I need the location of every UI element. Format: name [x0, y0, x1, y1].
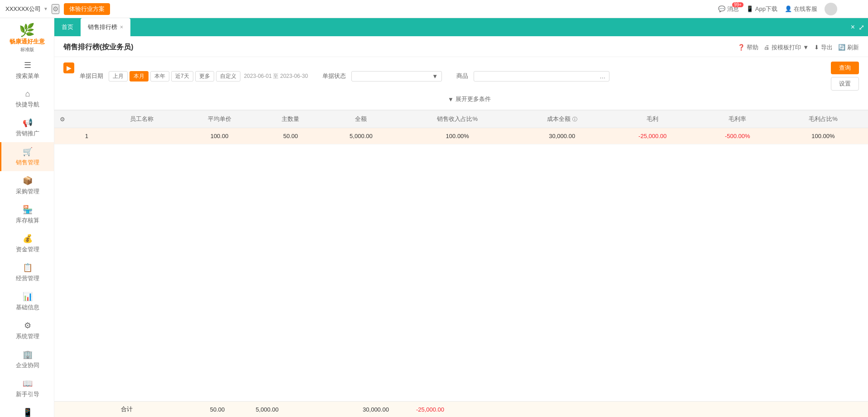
query-btn[interactable]: 查询 [831, 62, 859, 74]
print-label: 按模板打印 [772, 43, 801, 52]
tab-close-icon[interactable]: × [120, 24, 123, 30]
refresh-btn[interactable]: 🔄 刷新 [838, 43, 859, 52]
app-icon: 📱 [746, 5, 753, 12]
tab-home[interactable]: 首页 [54, 18, 81, 36]
sidebar-guide-label: 新手引导 [16, 390, 39, 398]
print-icon: 🖨 [764, 44, 770, 51]
page-header: 销售排行榜(按业务员) ❓ 帮助 🖨 按模板打印 ▼ ⬇ 导出 🔄 刷新 [54, 36, 868, 57]
this-month-btn[interactable]: 本月 [129, 71, 149, 81]
shortcut-icon: ⌂ [25, 89, 30, 99]
company-name: XXXXXX公司 [5, 5, 41, 13]
sidebar-item-marketing[interactable]: 📢 营销推广 [0, 113, 54, 142]
col-settings-header[interactable]: ⚙ [54, 110, 71, 128]
sidebar-item-purchase[interactable]: 📦 采购管理 [0, 171, 54, 200]
tab-bar: 首页 销售排行榜 × × ⤢ [54, 18, 868, 36]
window-expand-btn[interactable]: ⤢ [858, 23, 864, 32]
sidebar-marketing-label: 营销推广 [16, 129, 39, 138]
export-icon: ⬇ [814, 44, 819, 51]
sidebar-item-inventory[interactable]: 🏪 库存核算 [0, 200, 54, 229]
tab-sales-ranking-label: 销售排行榜 [88, 23, 117, 31]
row-settings-cell [54, 128, 71, 144]
row-avg-price-cell: 100.00 [181, 128, 259, 144]
recent7-btn[interactable]: 近7天 [171, 71, 193, 81]
sidebar-item-guide[interactable]: 📖 新手引导 [0, 374, 54, 403]
service-label: 在线客服 [794, 5, 817, 13]
row-profit-cell: -25,000.00 [609, 128, 697, 144]
row-rank-cell: 1 [71, 128, 103, 144]
last-month-btn[interactable]: 上月 [109, 71, 128, 81]
window-close-btn[interactable]: × [851, 23, 855, 31]
expand-down-icon: ▼ [448, 96, 454, 103]
goods-select[interactable]: … [474, 71, 609, 81]
sidebar: 🌿 畅康通好生意 标准版 ☰ 搜索菜单 ⌂ 快捷导航 📢 营销推广 🛒 销售管理… [0, 18, 54, 417]
avatar[interactable] [825, 3, 837, 15]
company-dropdown-arrow: ▼ [43, 6, 48, 11]
col-cost-header: 成本全额 ⓘ [516, 110, 609, 128]
sidebar-item-operation[interactable]: 📋 经营管理 [0, 258, 54, 287]
date-filter-label: 单据日期 [80, 72, 103, 80]
apps-icon: 📱 [23, 407, 33, 417]
status-select[interactable]: ▼ [351, 71, 442, 81]
message-button[interactable]: 💬 消息 99+ [718, 5, 739, 13]
guide-icon: 📖 [23, 379, 33, 388]
filter-row-1: 单据日期 上月 本月 本年 近7天 更多 自定义 2023-06-01 至 20… [80, 62, 859, 91]
row-profit-rate-cell: -500.00% [697, 128, 778, 144]
settings-table-btn[interactable]: 设置 [831, 77, 859, 91]
row-amount-cell: 5,000.00 [323, 128, 399, 144]
col-name-header: 员工名称 [103, 110, 181, 128]
sidebar-shortcut-label: 快捷导航 [16, 101, 39, 109]
col-profit-header: 毛利 [609, 110, 697, 128]
page-actions: ❓ 帮助 🖨 按模板打印 ▼ ⬇ 导出 🔄 刷新 [738, 43, 859, 52]
sidebar-item-search[interactable]: ☰ 搜索菜单 [0, 56, 54, 85]
table-wrapper: ⚙ 员工名称 平均单价 主数量 全额 销售收入占比% 成本全额 ⓘ 毛利 毛利率… [54, 110, 868, 401]
sidebar-item-corp[interactable]: 🏢 企业协同 [0, 345, 54, 374]
filter-toggle-btn[interactable]: ▶ [63, 62, 74, 73]
trial-button[interactable]: 体验行业方案 [64, 3, 110, 15]
more-btn[interactable]: 更多 [195, 71, 214, 81]
row-sales-pct-cell: 100.00% [399, 128, 516, 144]
company-selector[interactable]: XXXXXX公司 ▼ [5, 5, 48, 13]
settings-icon-btn[interactable]: ⚙ [52, 4, 59, 14]
filter-section: ▶ 单据日期 上月 本月 本年 近7天 更多 自定义 2023-06-01 至 … [63, 62, 859, 105]
this-year-btn[interactable]: 本年 [150, 71, 169, 81]
footer-profit-cell: -25,000.00 [408, 406, 453, 413]
system-icon: ⚙ [24, 321, 31, 331]
sales-icon: 🛒 [23, 147, 33, 157]
basic-icon: 📊 [23, 292, 33, 302]
sidebar-item-system[interactable]: ⚙ 系统管理 [0, 316, 54, 345]
status-dropdown-arrow: ▼ [432, 73, 438, 80]
refresh-icon: 🔄 [838, 44, 845, 51]
logo-text: 畅康通好生意 [10, 38, 45, 46]
sidebar-item-sales[interactable]: 🛒 销售管理 [0, 142, 54, 171]
row-cost-cell: 30,000.00 [516, 128, 609, 144]
sidebar-item-apps[interactable]: 📱 应用中心 [0, 403, 54, 417]
help-btn[interactable]: ❓ 帮助 [738, 43, 758, 52]
avatar-name [844, 3, 863, 15]
top-right-area: 💬 消息 99+ 📱 App下载 👤 在线客服 [718, 3, 863, 15]
sidebar-corp-label: 企业协同 [16, 361, 39, 369]
sidebar-system-label: 系统管理 [16, 332, 39, 340]
tab-sales-ranking[interactable]: 销售排行榜 × [81, 18, 130, 36]
sidebar-sales-label: 销售管理 [16, 158, 39, 167]
sidebar-purchase-label: 采购管理 [16, 187, 39, 196]
col-profit-rate-header: 毛利率 [697, 110, 778, 128]
app-download-btn[interactable]: 📱 App下载 [746, 5, 777, 13]
sidebar-basic-label: 基础信息 [16, 303, 39, 312]
print-dropdown-arrow: ▼ [803, 44, 809, 51]
row-name-cell [103, 128, 181, 144]
sidebar-item-finance[interactable]: 💰 资金管理 [0, 229, 54, 258]
cost-info-icon[interactable]: ⓘ [572, 116, 577, 122]
print-btn[interactable]: 🖨 按模板打印 ▼ [764, 43, 809, 52]
col-quantity-header: 主数量 [259, 110, 323, 128]
expand-more-btn[interactable]: ▼ 展开更多条件 [80, 93, 859, 105]
custom-btn[interactable]: 自定义 [216, 71, 240, 81]
export-btn[interactable]: ⬇ 导出 [814, 43, 833, 52]
main-area: 首页 销售排行榜 × × ⤢ 销售排行榜(按业务员) ❓ 帮助 🖨 按模 [54, 18, 868, 417]
corp-icon: 🏢 [23, 350, 33, 359]
sidebar-item-basic[interactable]: 📊 基础信息 [0, 287, 54, 316]
top-bar: XXXXXX公司 ▼ ⚙ 体验行业方案 💬 消息 99+ 📱 App下载 👤 在… [0, 0, 868, 18]
online-service-btn[interactable]: 👤 在线客服 [785, 5, 817, 13]
sidebar-item-shortcut[interactable]: ⌂ 快捷导航 [0, 85, 54, 113]
goods-filter-label: 商品 [456, 72, 468, 80]
col-rank-header [71, 110, 103, 128]
